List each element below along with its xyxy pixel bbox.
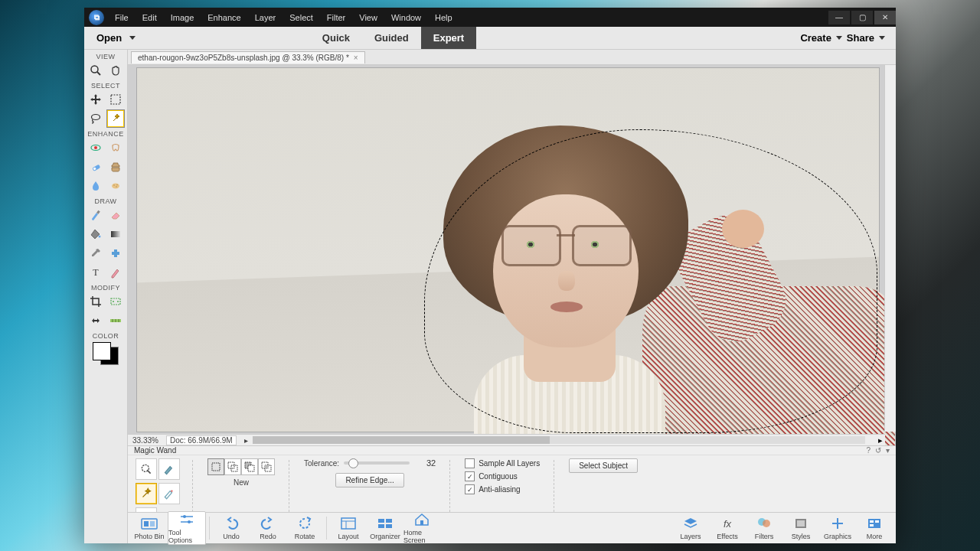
anti-aliasing-checkbox[interactable]: ✓Anti-aliasing xyxy=(465,484,540,494)
chevron-down-icon xyxy=(836,36,842,40)
tolerance-value[interactable]: 32 xyxy=(414,458,436,468)
spot-heal-tool[interactable] xyxy=(87,158,105,176)
help-icon[interactable]: ? xyxy=(866,446,871,455)
menu-window[interactable]: Window xyxy=(385,11,427,24)
gradient-tool[interactable] xyxy=(106,225,125,243)
selection-new[interactable] xyxy=(207,458,224,475)
undo-button[interactable]: Undo xyxy=(213,516,250,540)
eyedropper-tool[interactable] xyxy=(87,244,105,262)
straighten-tool[interactable] xyxy=(106,311,125,330)
zoom-readout[interactable]: 33.33% xyxy=(132,436,158,445)
tool-options-button[interactable]: Tool Options xyxy=(168,511,206,545)
close-button[interactable]: ✕ xyxy=(874,11,896,24)
status-chevron-icon[interactable]: ▸ xyxy=(244,436,248,445)
tool-options-title: Magic Wand xyxy=(134,446,176,455)
selection-mode-label: New xyxy=(234,478,249,487)
layers-button[interactable]: Layers xyxy=(672,516,709,540)
selection-intersect[interactable] xyxy=(258,458,275,475)
menu-enhance[interactable]: Enhance xyxy=(201,11,247,24)
brush-tool[interactable] xyxy=(87,206,105,224)
share-button[interactable]: Share xyxy=(847,32,885,44)
reset-icon[interactable]: ↺ xyxy=(875,446,881,455)
sample-all-layers-checkbox[interactable]: Sample All Layers xyxy=(465,458,540,468)
mode-quick[interactable]: Quick xyxy=(310,27,362,49)
whiten-teeth-tool[interactable] xyxy=(106,139,125,157)
svg-rect-35 xyxy=(150,521,155,527)
select-subject-button[interactable]: Select Subject xyxy=(569,458,638,473)
svg-rect-44 xyxy=(386,519,392,523)
blur-tool[interactable] xyxy=(87,177,105,195)
open-label: Open xyxy=(96,32,122,44)
paint-bucket-tool[interactable] xyxy=(87,225,105,243)
crop-tool[interactable] xyxy=(87,292,105,311)
mode-expert[interactable]: Expert xyxy=(421,27,476,49)
svg-point-3 xyxy=(92,115,100,120)
tolerance-slider[interactable] xyxy=(344,461,410,465)
magic-wand-tool[interactable] xyxy=(106,109,125,128)
pencil-tool[interactable] xyxy=(106,263,125,282)
menu-help[interactable]: Help xyxy=(429,11,459,24)
filters-button[interactable]: Filters xyxy=(746,516,782,540)
redeye-tool[interactable] xyxy=(87,139,105,157)
photo-bin-button[interactable]: Photo Bin xyxy=(131,516,168,540)
document-tab[interactable]: ethan-rougon-9wz3oP5Zb8s-unsplash.jpg @ … xyxy=(131,51,365,64)
content-aware-move-tool[interactable] xyxy=(87,311,105,330)
slider-knob[interactable] xyxy=(348,458,358,468)
redo-button[interactable]: Redo xyxy=(250,516,286,540)
menu-edit[interactable]: Edit xyxy=(136,11,163,24)
svg-point-5 xyxy=(94,146,97,149)
panel-menu-icon[interactable]: ▾ xyxy=(886,446,890,455)
selection-subtract[interactable] xyxy=(241,458,258,475)
top-right-buttons: Create Share xyxy=(800,27,896,49)
layout-button[interactable]: Layout xyxy=(330,516,367,540)
vertical-scrollbar[interactable] xyxy=(884,65,896,432)
sponge-tool[interactable] xyxy=(106,177,125,195)
selection-brush-tool[interactable] xyxy=(158,458,180,480)
open-button[interactable]: Open xyxy=(84,27,148,49)
styles-button[interactable]: Styles xyxy=(782,516,819,540)
section-view: VIEW xyxy=(96,53,115,60)
mode-guided[interactable]: Guided xyxy=(362,27,421,49)
magic-wand-variant[interactable] xyxy=(136,483,157,504)
lasso-tool[interactable] xyxy=(87,109,105,128)
color-swatch[interactable] xyxy=(93,342,119,365)
menu-view[interactable]: View xyxy=(353,11,384,24)
refine-selection-brush[interactable] xyxy=(158,483,180,504)
marquee-tool[interactable] xyxy=(106,90,125,109)
canvas[interactable] xyxy=(137,68,879,432)
selection-add[interactable] xyxy=(224,458,241,475)
svg-point-0 xyxy=(91,66,98,73)
close-tab-icon[interactable]: × xyxy=(354,54,358,62)
foreground-color[interactable] xyxy=(93,342,111,360)
minimize-button[interactable]: — xyxy=(828,11,850,24)
organizer-button[interactable]: Organizer xyxy=(367,516,403,540)
more-button[interactable]: More xyxy=(856,516,893,540)
refine-edge-button[interactable]: Refine Edge... xyxy=(335,473,403,487)
menu-image[interactable]: Image xyxy=(165,11,201,24)
zoom-tool[interactable] xyxy=(87,61,105,80)
home-screen-button[interactable]: Home Screen xyxy=(403,512,440,544)
svg-rect-46 xyxy=(386,524,392,528)
scroll-right-icon[interactable]: ▸ xyxy=(876,435,885,445)
eraser-tool[interactable] xyxy=(106,206,125,224)
effects-button[interactable]: fxEffects xyxy=(709,516,746,540)
svg-rect-29 xyxy=(248,465,254,471)
contiguous-checkbox[interactable]: ✓Contiguous xyxy=(465,471,540,481)
shape-tool[interactable] xyxy=(106,244,125,262)
recompose-tool[interactable] xyxy=(106,292,125,311)
svg-rect-16 xyxy=(111,298,120,305)
section-color: COLOR xyxy=(93,332,119,340)
hand-tool[interactable] xyxy=(106,61,125,80)
menu-file[interactable]: File xyxy=(109,11,135,24)
menu-filter[interactable]: Filter xyxy=(321,11,351,24)
maximize-button[interactable]: ▢ xyxy=(851,11,873,24)
menu-layer[interactable]: Layer xyxy=(249,11,283,24)
menu-select[interactable]: Select xyxy=(283,11,319,24)
move-tool[interactable] xyxy=(87,90,105,109)
clone-stamp-tool[interactable] xyxy=(106,158,125,176)
graphics-button[interactable]: Graphics xyxy=(819,516,856,540)
quick-selection-tool[interactable] xyxy=(136,458,157,480)
rotate-button[interactable]: Rotate xyxy=(286,516,323,540)
type-tool[interactable]: T xyxy=(87,263,105,282)
create-button[interactable]: Create xyxy=(800,32,841,44)
